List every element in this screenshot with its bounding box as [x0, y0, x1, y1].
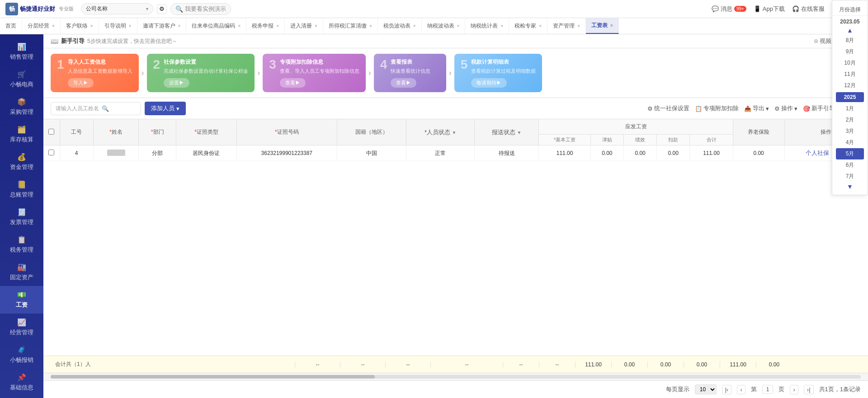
step-4-btn[interactable]: 查看▶	[391, 78, 416, 88]
company-selector[interactable]: 公司名称 ▾	[81, 3, 153, 14]
close-icon[interactable]: ×	[238, 23, 241, 28]
month-5[interactable]: 5月	[836, 148, 864, 159]
personal-social-btn[interactable]: 个人社保	[806, 150, 829, 156]
step-3-btn[interactable]: 查看▶	[280, 78, 306, 88]
operation-btn[interactable]: ⚙ 操作 ▾	[774, 104, 797, 112]
settings-icon[interactable]: ⚙	[157, 4, 167, 14]
tab-shuifu[interactable]: 税负波动表 ×	[378, 18, 422, 34]
row-checkbox[interactable]	[48, 150, 54, 155]
sidebar-item-purchase[interactable]: 📦 采购管理	[0, 93, 43, 121]
month-8[interactable]: 8月	[832, 35, 868, 46]
cell-country: 中国	[337, 145, 406, 161]
col-performance: 绩效	[623, 135, 656, 145]
sidebar-item-ledger[interactable]: 📒 总账管理	[0, 176, 43, 203]
close-icon[interactable]: ×	[500, 23, 503, 28]
sidebar-item-invoice[interactable]: 🧾 发票管理	[0, 203, 43, 231]
sidebar-item-system[interactable]: ⚙️ 系统管理	[0, 396, 43, 398]
tab-yaoqing[interactable]: 邀请下游客户 ×	[137, 18, 187, 34]
tab-shuijian[interactable]: 税检专家 ×	[509, 18, 547, 34]
tab-kehu[interactable]: 客户联络 ×	[61, 18, 99, 34]
page-first-btn[interactable]: |‹	[722, 385, 732, 394]
close-icon[interactable]: ×	[369, 23, 372, 28]
sidebar: 📊 销售管理 🛒 小畅电商 📦 采购管理 🗂️ 库存核算 💰 资金管理 📒 总账…	[0, 34, 43, 398]
page-next-btn[interactable]: ›	[790, 385, 798, 394]
tab-qingce[interactable]: 进入清册 ×	[285, 18, 323, 34]
sidebar-item-sales[interactable]: 📊 销售管理	[0, 38, 43, 66]
sidebar-item-ecommerce[interactable]: 🛒 小畅电商	[0, 66, 43, 93]
month-2[interactable]: 2月	[832, 114, 868, 126]
close-icon[interactable]: ×	[52, 23, 55, 28]
special-deduct-btn[interactable]: 📋 专项附加扣除	[695, 104, 739, 112]
close-icon[interactable]: ×	[90, 23, 93, 28]
scrollbar-thumb[interactable]	[51, 375, 375, 379]
month-11[interactable]: 11月	[832, 69, 868, 80]
export-btn[interactable]: 📤 导出 ▾	[744, 104, 769, 112]
sidebar-item-assets-fixed[interactable]: 🏭 固定资产	[0, 258, 43, 286]
tab-suode[interactable]: 所得税汇算清缴 ×	[323, 18, 378, 34]
step-5-btn[interactable]: 敬请期待▶	[471, 78, 507, 88]
col-pension: 养老保险	[733, 119, 784, 145]
cell-deduction: 0.00	[657, 145, 690, 161]
tab-fengjingjing[interactable]: 分层经营 ×	[22, 18, 61, 34]
close-icon[interactable]: ×	[539, 23, 542, 28]
close-icon[interactable]: ×	[457, 23, 460, 28]
tab-wanglai[interactable]: 往来单位商品编码 ×	[186, 18, 246, 34]
month-9[interactable]: 9月	[832, 46, 868, 57]
sidebar-item-operation[interactable]: 📈 经营管理	[0, 314, 43, 341]
search-icon[interactable]: 🔍	[102, 105, 109, 112]
sidebar-item-tax[interactable]: 📋 税务管理	[0, 231, 43, 258]
month-4[interactable]: 4月	[832, 137, 868, 148]
step-1-btn[interactable]: 导入▶	[68, 78, 94, 88]
scrollbar-track[interactable]	[51, 375, 861, 379]
close-icon[interactable]: ×	[129, 23, 132, 28]
sidebar-item-salary[interactable]: 💵 工资	[0, 286, 43, 314]
sidebar-item-xc-sales[interactable]: 🧳 小畅报销	[0, 341, 43, 369]
message-btn[interactable]: 💬 消息 99+	[712, 5, 746, 13]
per-page-label: 每页显示	[666, 385, 689, 393]
total-pages: 共1页，1条记录	[819, 385, 861, 393]
close-icon[interactable]: ×	[315, 23, 317, 28]
page-last-btn[interactable]: ›|	[804, 385, 814, 394]
month-12[interactable]: 12月	[832, 80, 868, 91]
add-person-btn[interactable]: 添加人员 ▾	[145, 102, 186, 115]
summary-performance: 0.00	[647, 361, 684, 368]
tab-shuiwu[interactable]: 税务申报 ×	[246, 18, 285, 34]
new-guide-btn[interactable]: 🎯 新手引导	[803, 104, 835, 112]
month-10[interactable]: 10月	[832, 57, 868, 69]
close-icon[interactable]: ×	[178, 23, 181, 28]
select-all-checkbox[interactable]	[48, 129, 54, 135]
month-1[interactable]: 1月	[832, 103, 868, 114]
unified-setting-btn[interactable]: ⚙ 统一社保设置	[647, 104, 689, 112]
online-service-btn[interactable]: 🎧 在线客服	[792, 5, 825, 13]
tab-assets[interactable]: 资产管理 ×	[547, 18, 586, 34]
sidebar-item-finance[interactable]: 💰 资金管理	[0, 148, 43, 176]
month-nav-down-btn[interactable]: ▼	[847, 183, 853, 190]
tab-home[interactable]: 首页	[0, 18, 22, 34]
month-7[interactable]: 7月	[832, 171, 868, 182]
per-page-select[interactable]: 10 20 50	[695, 384, 717, 394]
month-6[interactable]: 6月	[832, 159, 868, 171]
report-filter-icon[interactable]: ▼	[517, 130, 521, 135]
edition-badge: 专业版	[59, 5, 74, 12]
close-icon[interactable]: ×	[577, 23, 580, 28]
step-2-btn[interactable]: 设置▶	[164, 78, 189, 88]
guide-subtitle: 5步快速完成设置，快去完善信息吧～	[87, 37, 177, 45]
employee-search[interactable]: 请输入人员工姓名 🔍	[51, 102, 141, 115]
tab-yindao[interactable]: 引导说明 ×	[99, 18, 137, 34]
summary-allowance: 0.00	[611, 361, 647, 368]
page-prev-btn[interactable]: ‹	[737, 385, 745, 394]
tab-納税[interactable]: 纳税波动表 ×	[422, 18, 466, 34]
close-icon[interactable]: ×	[413, 23, 416, 28]
cell-pension: 0.00	[733, 145, 784, 161]
demo-search[interactable]: 🔍 我要看实例演示	[170, 3, 231, 15]
month-3[interactable]: 3月	[832, 126, 868, 137]
close-icon[interactable]: ×	[276, 23, 279, 28]
sidebar-item-basic[interactable]: 📌 基础信息	[0, 369, 43, 396]
sidebar-item-inventory[interactable]: 🗂️ 库存核算	[0, 121, 43, 148]
close-icon-salary[interactable]: ×	[610, 23, 613, 28]
app-download-btn[interactable]: 📱 App下载	[754, 5, 785, 13]
tab-naji[interactable]: 纳税统计表 ×	[465, 18, 509, 34]
video-btn[interactable]: ⊙ 视频	[814, 37, 832, 45]
status-filter-icon[interactable]: ▼	[452, 130, 456, 135]
tab-salary[interactable]: 工资表 ×	[586, 18, 619, 34]
